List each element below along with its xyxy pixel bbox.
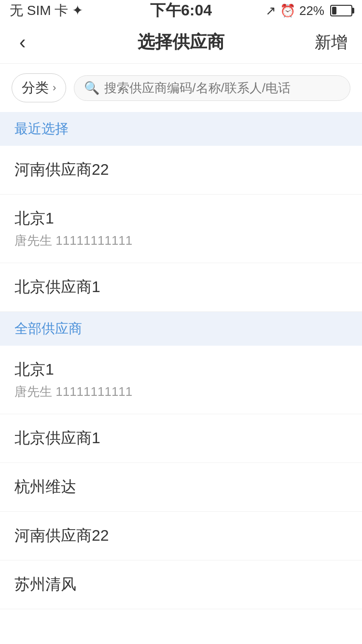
list-item[interactable]: 河南供应商22 — [0, 146, 362, 195]
location-icon: ↗ — [265, 3, 276, 18]
no-sim-label: 无 SIM 卡 ✦ — [10, 1, 83, 20]
recent-section-header: 最近选择 — [0, 112, 362, 146]
item-name: 苏州清风 — [14, 574, 348, 595]
page-title: 选择供应商 — [138, 30, 224, 54]
recent-section-label: 最近选择 — [14, 121, 69, 136]
status-bar: 无 SIM 卡 ✦ 下午6:04 ↗ ⏰ 22% — [0, 0, 362, 21]
status-time: 下午6:04 — [150, 0, 212, 21]
item-name: 河南供应商22 — [14, 525, 348, 546]
search-box[interactable]: 🔍 — [74, 75, 350, 101]
battery-percent: 22% — [299, 3, 324, 18]
back-button[interactable]: ‹ — [14, 27, 30, 58]
search-input[interactable] — [104, 81, 340, 96]
item-name: 北京供应商1 — [14, 428, 348, 449]
list-item[interactable]: 苏州清风 — [0, 560, 362, 609]
chevron-right-icon: › — [53, 82, 56, 94]
item-name: 北京供应商1 — [14, 277, 348, 298]
item-name: 河南供应商22 — [14, 159, 348, 181]
item-sub: 唐先生 11111111111 — [14, 232, 348, 249]
category-button[interactable]: 分类 › — [12, 73, 66, 102]
item-name: 北京1 — [14, 359, 348, 380]
recent-items-list: 河南供应商22北京1唐先生 11111111111北京供应商1 — [0, 146, 362, 312]
item-name: 杭州维达 — [14, 476, 348, 498]
list-item[interactable]: 北京1唐先生 11111111111 — [0, 195, 362, 263]
category-label: 分类 — [22, 79, 49, 97]
status-left: 无 SIM 卡 ✦ — [10, 1, 83, 20]
status-right: ↗ ⏰ 22% — [265, 3, 352, 18]
item-sub: 唐先生 11111111111 — [14, 383, 348, 400]
add-button[interactable]: 新增 — [315, 31, 348, 54]
alarm-icon: ⏰ — [280, 3, 295, 18]
item-name: 北京1 — [14, 208, 348, 229]
search-icon: 🔍 — [84, 81, 99, 96]
list-item[interactable]: 杭州维达 — [0, 463, 362, 512]
filter-bar: 分类 › 🔍 — [0, 64, 362, 112]
battery-icon — [330, 5, 352, 16]
all-section-label: 全部供应商 — [14, 321, 82, 336]
list-item[interactable]: 北京1唐先生 11111111111 — [0, 346, 362, 414]
list-item[interactable]: 北京供应商1 — [0, 414, 362, 463]
all-section-header: 全部供应商 — [0, 312, 362, 346]
list-item[interactable]: 北京供应商1 — [0, 263, 362, 312]
all-items-list: 北京1唐先生 11111111111北京供应商1杭州维达河南供应商22苏州清风 — [0, 346, 362, 609]
nav-bar: ‹ 选择供应商 新增 — [0, 21, 362, 64]
list-item[interactable]: 河南供应商22 — [0, 512, 362, 560]
